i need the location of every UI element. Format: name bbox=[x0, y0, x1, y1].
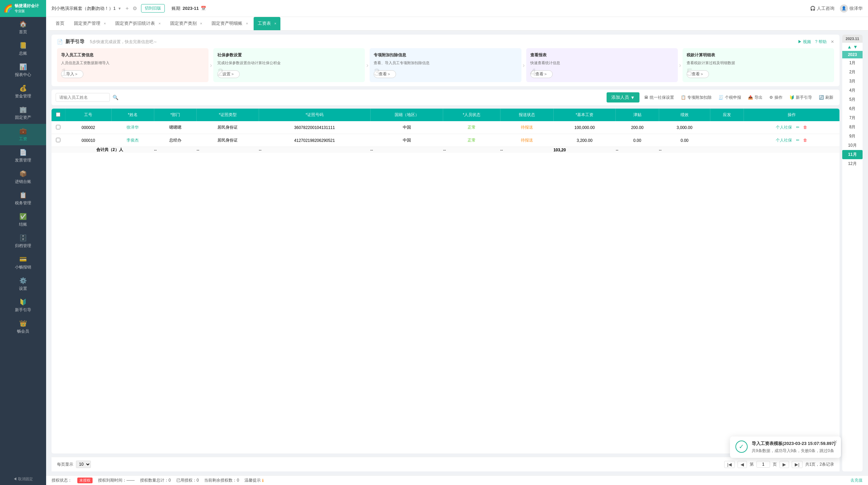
funds-icon: 💰 bbox=[19, 85, 27, 92]
calendar-month-7[interactable]: 7月 bbox=[842, 113, 863, 123]
row-edit-btn-1[interactable]: ✏ bbox=[796, 138, 800, 143]
tab-payroll_table[interactable]: 工资表× bbox=[254, 17, 280, 30]
guide-step-num-1: 1 bbox=[61, 66, 67, 79]
tab-asset_category[interactable]: 固定资产类别× bbox=[166, 17, 206, 30]
prev-page-btn[interactable]: ◀ bbox=[737, 461, 747, 468]
guide-video-link[interactable]: ▶ 视频 bbox=[798, 39, 811, 45]
guide-close-btn[interactable]: ✕ bbox=[831, 39, 834, 44]
calendar-month-8[interactable]: 8月 bbox=[842, 123, 863, 132]
period-selector[interactable]: 账期 2023-11 📅 bbox=[172, 5, 206, 12]
toolbar-action-export[interactable]: 📤导出 bbox=[746, 93, 765, 102]
calendar-month-2[interactable]: 2月 bbox=[842, 68, 863, 77]
row-nationality-0: 中国 bbox=[370, 121, 443, 134]
sidebar-item-tax[interactable]: 📋 税务管理 bbox=[0, 188, 46, 209]
per-page-select[interactable]: 10 20 50 bbox=[76, 461, 91, 468]
tab-depreciation[interactable]: 固定资产折旧统计表× bbox=[111, 17, 164, 30]
calendar-month-10[interactable]: 10月 bbox=[842, 141, 863, 150]
tab-close-icon[interactable]: × bbox=[200, 21, 202, 25]
user-avatar-area[interactable]: 👤 徐泽华 bbox=[840, 4, 863, 13]
row-name-0[interactable]: 徐泽华 bbox=[112, 121, 154, 134]
sidebar-item-guide[interactable]: 🔰 新手引导 bbox=[0, 295, 46, 316]
toolbar-action-refresh[interactable]: 🔄刷新 bbox=[817, 93, 835, 102]
first-page-btn[interactable]: |◀ bbox=[724, 461, 735, 468]
row-social-ins-btn-0[interactable]: 个人社保 bbox=[776, 125, 792, 130]
tab-home[interactable]: 首页 bbox=[52, 17, 68, 30]
sidebar-item-home[interactable]: 🏠 首页 bbox=[0, 17, 46, 38]
service-icon: 🎧 bbox=[810, 6, 815, 11]
calendar-year-label[interactable]: 2023 bbox=[842, 51, 863, 58]
add-employee-btn[interactable]: 添加人员 ▼ bbox=[607, 92, 639, 102]
period-label: 账期 bbox=[172, 5, 180, 12]
sidebar-item-report[interactable]: 📊 报表中心 bbox=[0, 60, 46, 81]
toolbar: 🔍 添加人员 ▼ 🏛统一社保设置📋专项附加扣除🧾个税申报📤导出⚙操作🔰新手引导🔄… bbox=[52, 90, 840, 105]
cal-up-btn[interactable]: ▲ bbox=[847, 44, 852, 50]
sidebar-item-funds[interactable]: 💰 资金管理 bbox=[0, 81, 46, 102]
sidebar-item-archive[interactable]: 🗄️ 归档管理 bbox=[0, 231, 46, 252]
tab-asset_detail[interactable]: 固定资产明细账× bbox=[208, 17, 252, 30]
tab-fixed_assets[interactable]: 固定资产管理× bbox=[70, 17, 110, 30]
sidebar-item-inventory[interactable]: 📦 进销台账 bbox=[0, 167, 46, 188]
customer-service-btn[interactable]: 🎧 人工咨询 bbox=[810, 5, 834, 12]
app-name: 畅捷通好会计 bbox=[15, 3, 39, 9]
page-input[interactable] bbox=[756, 461, 770, 468]
warning-icon: ℹ bbox=[262, 478, 264, 483]
select-all-checkbox[interactable] bbox=[56, 112, 60, 117]
pagination-bar: 每页显示 10 20 50 |◀ ◀ 第 页 ▶ ▶| 共1页，2条记录 bbox=[52, 457, 840, 471]
sidebar-item-label: 进销台账 bbox=[15, 179, 31, 185]
next-page-btn[interactable]: ▶ bbox=[780, 461, 789, 468]
guide-step-num-2: 2 bbox=[217, 66, 223, 79]
row-name-1[interactable]: 李俊杰 bbox=[112, 134, 154, 147]
toolbar-action-tax_report[interactable]: 🧾个税申报 bbox=[716, 93, 743, 102]
sidebar-item-expense[interactable]: 💳 小畅报销 bbox=[0, 252, 46, 274]
guide-help-link[interactable]: ? 帮助 bbox=[815, 39, 827, 45]
account-settings-icon[interactable]: ⚙ bbox=[133, 5, 137, 12]
toolbar-action-operations[interactable]: ⚙操作 bbox=[767, 93, 785, 102]
footer-action-col bbox=[744, 147, 840, 153]
sidebar-item-settings[interactable]: ⚙️ 设置 bbox=[0, 274, 46, 295]
cal-down-btn[interactable]: ▼ bbox=[853, 44, 858, 50]
calendar-icon[interactable]: 📅 bbox=[201, 6, 206, 11]
tab-label: 固定资产明细账 bbox=[212, 20, 242, 26]
calendar-month-5[interactable]: 5月 bbox=[842, 95, 863, 104]
toolbar-action-new_guide[interactable]: 🔰新手引导 bbox=[787, 93, 814, 102]
add-account-btn[interactable]: + bbox=[125, 5, 129, 12]
account-selector[interactable]: 刘小艳演示账套（勿删勿动！）1 ▼ bbox=[52, 5, 121, 12]
tab-close-icon[interactable]: × bbox=[246, 21, 248, 25]
upgrade-link[interactable]: 去充值 bbox=[850, 478, 863, 483]
toolbar-action-social_insurance[interactable]: 🏛统一社保设置 bbox=[642, 93, 676, 102]
calendar-month-9[interactable]: 9月 bbox=[842, 132, 863, 141]
tab-close-icon[interactable]: × bbox=[274, 21, 276, 25]
calendar-month-6[interactable]: 6月 bbox=[842, 104, 863, 113]
search-input[interactable] bbox=[56, 93, 110, 102]
toast-close-btn[interactable]: ✕ bbox=[833, 439, 837, 445]
calendar-month-1[interactable]: 1月 bbox=[842, 58, 863, 68]
archive-icon: 🗄️ bbox=[19, 234, 27, 242]
invoice-icon: 📄 bbox=[19, 149, 27, 156]
switch-version-btn[interactable]: 切到旧版 bbox=[141, 4, 165, 13]
row-checkbox-0[interactable] bbox=[52, 121, 65, 134]
row-checkbox-1[interactable] bbox=[52, 134, 65, 147]
calendar-month-11[interactable]: 11月 bbox=[842, 150, 863, 159]
member-icon: 👑 bbox=[19, 320, 27, 327]
sidebar-item-invoice[interactable]: 📄 发票管理 bbox=[0, 145, 46, 167]
row-social-ins-btn-1[interactable]: 个人社保 bbox=[776, 138, 792, 143]
search-icon[interactable]: 🔍 bbox=[113, 95, 118, 100]
row-delete-btn-1[interactable]: 🗑 bbox=[803, 138, 807, 143]
row-delete-btn-0[interactable]: 🗑 bbox=[803, 125, 807, 130]
sidebar-item-assets[interactable]: 🏢 固定资产 bbox=[0, 102, 46, 124]
expire-label: 授权到期时间：—— bbox=[98, 478, 135, 483]
sidebar-unpin-btn[interactable]: ◀ 取消固定 bbox=[0, 473, 46, 485]
row-edit-btn-0[interactable]: ✏ bbox=[796, 125, 800, 130]
tab-close-icon[interactable]: × bbox=[158, 21, 160, 25]
tab-close-icon[interactable]: × bbox=[104, 21, 106, 25]
sidebar-item-member[interactable]: 👑 畅会员 bbox=[0, 316, 46, 338]
calendar-month-4[interactable]: 4月 bbox=[842, 86, 863, 95]
last-page-btn[interactable]: ▶| bbox=[792, 461, 802, 468]
sidebar-item-settle[interactable]: ✅ 结账 bbox=[0, 209, 46, 231]
sidebar-item-payroll[interactable]: 💼 工资 bbox=[0, 124, 46, 145]
sidebar-item-ledger[interactable]: 📒 总账 bbox=[0, 38, 46, 60]
calendar-month-3[interactable]: 3月 bbox=[842, 77, 863, 86]
calendar-month-12[interactable]: 12月 bbox=[842, 159, 863, 168]
settings-icon: ⚙️ bbox=[19, 277, 27, 284]
toolbar-action-special_deduction[interactable]: 📋专项附加扣除 bbox=[679, 93, 714, 102]
